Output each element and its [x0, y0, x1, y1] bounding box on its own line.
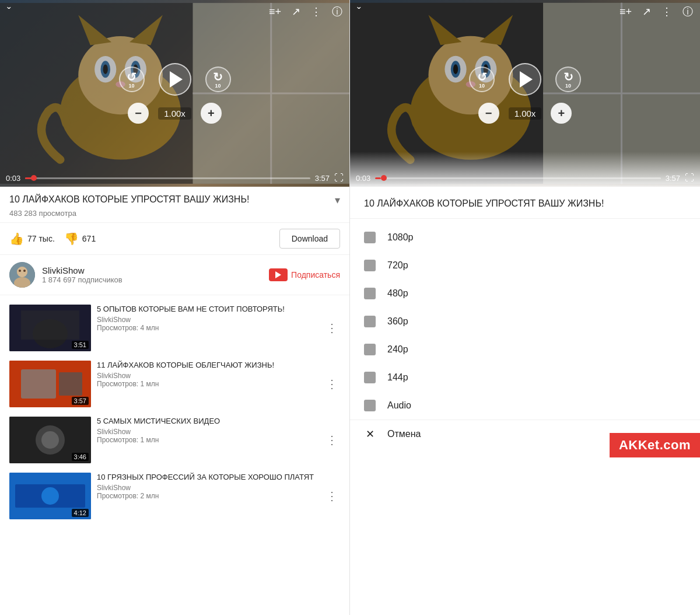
right-panel: ˇ ≡+ ↗ ⋮ ⓘ ↺ 10 ↻ 10	[350, 0, 700, 615]
duration-3: 3:46	[72, 453, 89, 461]
fullscreen-button-right[interactable]: ⛶	[685, 173, 694, 183]
list-channel-4: SlivkiShow	[97, 484, 318, 492]
rewind-icon-right: ↺	[477, 70, 487, 84]
quality-item-1080p[interactable]: 1080p	[350, 223, 700, 251]
list-item[interactable]: 4:12 10 ГРЯЗНЫХ ПРОФЕССИЙ ЗА КОТОРЫЕ ХОР…	[0, 468, 349, 524]
quality-label-720p: 720p	[387, 260, 408, 271]
quality-item-480p[interactable]: 480p	[350, 279, 700, 308]
video-info: 10 ЛАЙФХАКОВ КОТОРЫЕ УПРОСТЯТ ВАШУ ЖИЗНЬ…	[0, 187, 349, 223]
dislike-button[interactable]: 👎 671	[64, 232, 96, 246]
cancel-label: Отмена	[387, 429, 421, 439]
forward-10-button[interactable]: ↻ 10	[205, 67, 231, 92]
info-icon-right[interactable]: ⓘ	[682, 5, 693, 19]
video-overlay-top-right: ˇ ≡+ ↗ ⋮ ⓘ	[350, 0, 700, 23]
overlay-actions-right: ≡+ ↗ ⋮ ⓘ	[620, 5, 693, 19]
svg-point-32	[41, 487, 59, 505]
thumbnail-4: 4:12	[9, 473, 91, 519]
speed-increase-button[interactable]: +	[201, 103, 222, 124]
list-views-2: Просмотров: 1 млн	[97, 380, 318, 388]
list-views-3: Просмотров: 1 млн	[97, 436, 318, 444]
video-bottom-controls: 0:03 3:57 ⛶	[0, 169, 349, 187]
duration-2: 3:57	[72, 397, 89, 405]
duration-1: 3:51	[72, 341, 89, 349]
list-info-2: 11 ЛАЙФХАКОВ КОТОРЫЕ ОБЛЕГЧАЮТ ЖИЗНЬ! Sl…	[97, 361, 318, 388]
quality-item-360p[interactable]: 360p	[350, 308, 700, 336]
view-count: 483 283 просмотра	[9, 209, 340, 218]
progress-bar-right[interactable]	[375, 177, 660, 179]
action-row: 👍 77 тыс. 👎 671 Download	[0, 223, 349, 255]
play-triangle-icon-right	[520, 71, 533, 88]
list-more-button-2[interactable]: ⋮	[324, 377, 340, 391]
video-bottom-right: 0:03 3:57 ⛶	[350, 169, 700, 187]
dislike-count: 671	[82, 234, 96, 243]
speed-decrease-button-right[interactable]: −	[478, 103, 499, 124]
download-button[interactable]: Download	[279, 229, 340, 249]
add-to-queue-icon-right[interactable]: ≡+	[620, 6, 632, 18]
svg-point-20	[23, 270, 26, 272]
current-time-right: 0:03	[356, 174, 370, 183]
quality-radio-480p	[364, 288, 376, 299]
rewind-10-button[interactable]: ↺ 10	[119, 67, 145, 92]
progress-bar[interactable]	[25, 177, 310, 179]
share-icon[interactable]: ↗	[292, 5, 300, 18]
list-title-1: 5 ОПЫТОВ КОТОРЫЕ ВАМ НЕ СТОИТ ПОВТОРЯТЬ!	[97, 305, 318, 315]
progress-dot-right	[381, 175, 387, 181]
quality-item-audio[interactable]: Audio	[350, 392, 700, 420]
youtube-icon	[269, 268, 288, 281]
channel-name: SlivkiShow	[42, 265, 269, 275]
play-button-right[interactable]	[509, 63, 541, 96]
channel-info: SlivkiShow 1 874 697 подписчиков	[42, 265, 269, 284]
list-title-4: 10 ГРЯЗНЫХ ПРОФЕССИЙ ЗА КОТОРЫЕ ХОРОШО П…	[97, 473, 318, 483]
list-title-3: 5 САМЫХ МИСТИЧЕСКИХ ВИДЕО	[97, 417, 318, 427]
thumb-down-icon: 👎	[64, 232, 79, 246]
video-title-row: 10 ЛАЙФХАКОВ КОТОРЫЕ УПРОСТЯТ ВАШУ ЖИЗНЬ…	[9, 194, 340, 207]
list-more-button-4[interactable]: ⋮	[324, 489, 340, 503]
video-player-right: ˇ ≡+ ↗ ⋮ ⓘ ↺ 10 ↻ 10	[350, 0, 700, 187]
speed-decrease-button[interactable]: −	[128, 103, 149, 124]
share-icon-right[interactable]: ↗	[642, 5, 651, 18]
overlay-actions: ≡+ ↗ ⋮ ⓘ	[269, 5, 342, 19]
svg-point-29	[41, 431, 59, 449]
more-vert-icon-right[interactable]: ⋮	[662, 5, 672, 18]
left-panel: ˇ ≡+ ↗ ⋮ ⓘ ↺ 10 ↻ 10	[0, 0, 350, 615]
fullscreen-button[interactable]: ⛶	[334, 173, 344, 183]
list-item[interactable]: 3:57 11 ЛАЙФХАКОВ КОТОРЫЕ ОБЛЕГЧАЮТ ЖИЗН…	[0, 356, 349, 412]
list-channel-3: SlivkiShow	[97, 428, 318, 436]
add-to-queue-icon[interactable]: ≡+	[269, 6, 281, 18]
like-count: 77 тыс.	[27, 234, 55, 243]
list-more-button-1[interactable]: ⋮	[324, 321, 340, 335]
speed-increase-button-right[interactable]: +	[551, 103, 572, 124]
list-channel-2: SlivkiShow	[97, 372, 318, 380]
play-button[interactable]	[159, 63, 191, 96]
quality-item-720p[interactable]: 720p	[350, 251, 700, 279]
rewind-10-button-right[interactable]: ↺ 10	[469, 67, 495, 92]
collapse-chevron-right[interactable]: ˇ	[357, 5, 361, 19]
rewind-label: 10	[128, 83, 134, 89]
list-more-button-3[interactable]: ⋮	[324, 433, 340, 447]
total-time-right: 3:57	[666, 174, 680, 183]
akket-watermark: AKKet.com	[610, 433, 700, 457]
list-views-4: Просмотров: 2 млн	[97, 492, 318, 500]
quality-item-144p[interactable]: 144p	[350, 364, 700, 392]
subscribe-button[interactable]: Подписаться	[269, 268, 340, 281]
quality-radio-144p	[364, 372, 376, 383]
forward-10-button-right[interactable]: ↻ 10	[555, 67, 581, 92]
more-vert-icon[interactable]: ⋮	[311, 5, 321, 18]
quality-radio-1080p	[364, 232, 376, 243]
list-item[interactable]: 3:51 5 ОПЫТОВ КОТОРЫЕ ВАМ НЕ СТОИТ ПОВТО…	[0, 300, 349, 356]
list-info-4: 10 ГРЯЗНЫХ ПРОФЕССИЙ ЗА КОТОРЫЕ ХОРОШО П…	[97, 473, 318, 500]
list-item[interactable]: 3:46 5 САМЫХ МИСТИЧЕСКИХ ВИДЕО SlivkiSho…	[0, 412, 349, 468]
subscribe-text: Подписаться	[291, 270, 340, 279]
current-time: 0:03	[6, 174, 20, 183]
quality-item-240p[interactable]: 240p	[350, 336, 700, 364]
info-icon[interactable]: ⓘ	[332, 5, 342, 19]
quality-label-144p: 144p	[387, 372, 408, 383]
expand-arrow-icon[interactable]: ▾	[335, 194, 340, 207]
thumbnail-2: 3:57	[9, 361, 91, 407]
rewind-label-right: 10	[479, 83, 485, 89]
progress-row: 0:03 3:57 ⛶	[6, 173, 344, 183]
youtube-play-icon	[275, 271, 281, 278]
playback-row: ↺ 10 ↻ 10	[119, 63, 231, 96]
collapse-chevron[interactable]: ˇ	[7, 5, 11, 19]
like-button[interactable]: 👍 77 тыс.	[9, 232, 55, 246]
